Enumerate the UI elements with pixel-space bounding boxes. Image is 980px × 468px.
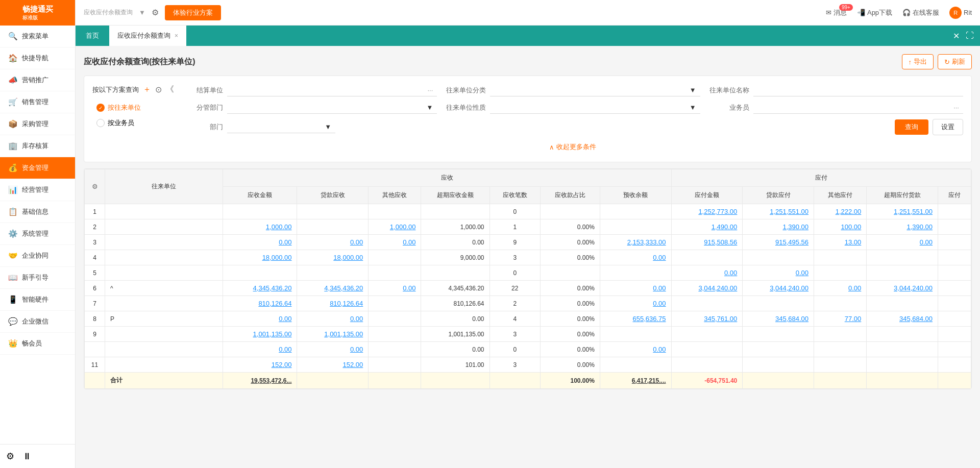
footer-ap-extra <box>938 373 971 389</box>
tab-close-icon[interactable]: × <box>175 32 178 39</box>
filter-main: 按以下方案查询 ＋ ⊙ 《 ✓ 按往来单位 按业务员 <box>92 84 963 154</box>
filter-input-salesperson[interactable]: ··· <box>753 102 963 114</box>
filter-field-salesperson: 业务员 ··· <box>708 102 963 114</box>
top-header: 应收应付余额查询 ▼ ⚙ 体验行业方案 ✉ 消息 99+ 📲 App下载 🎧 在… <box>76 0 980 26</box>
footer-ar-ratio: 100.00% <box>541 373 600 389</box>
sidebar-item-system-label: 系统管理 <box>22 229 48 238</box>
operation-icon: 📊 <box>8 185 18 194</box>
user-info: R Rit <box>949 7 972 19</box>
message-button[interactable]: ✉ 消息 99+ <box>826 8 847 17</box>
sidebar-item-inventory[interactable]: 🏢 库存核算 <box>0 135 75 157</box>
table-row: 91,001,135.001,001,135.001,001,135.0030.… <box>85 327 971 342</box>
table-scroll[interactable]: ⚙ 往来单位 应收 应付 应收金额 贷款应收 其他应收 超期应收金额 应收笔数 … <box>84 169 971 389</box>
filter-select-dept[interactable]: ▼ <box>227 102 437 114</box>
filter-field-part-dept: 部门 ▼ <box>182 121 335 133</box>
trial-button[interactable]: 体验行业方案 <box>165 5 221 20</box>
col-ar-prepay-header: 预收余额 <box>600 187 671 204</box>
footer-ar-other <box>369 373 421 389</box>
sidebar-item-member[interactable]: 👑 畅会员 <box>0 333 75 355</box>
salesperson-dots-icon[interactable]: ··· <box>953 104 959 111</box>
table-row: 0.000.000.0000.00%0.00 <box>85 342 971 357</box>
filter-input-jiesuan[interactable]: ··· <box>227 84 437 96</box>
footer-ar-amount[interactable]: 19,553,472,6... <box>223 373 297 389</box>
export-button[interactable]: ↑ 导出 <box>902 54 934 69</box>
table-settings-icon[interactable]: ⚙ <box>92 183 98 190</box>
app-download-button[interactable]: 📲 App下载 <box>857 8 892 17</box>
sidebar-item-operation[interactable]: 📊 经营管理 <box>0 179 75 201</box>
sidebar-item-finance-label: 资金管理 <box>22 163 48 173</box>
sidebar-item-purchase[interactable]: 📦 采购管理 <box>0 113 75 135</box>
header-right: ✉ 消息 99+ 📲 App下载 🎧 在线客服 R Rit <box>826 7 972 19</box>
home-icon: 🏠 <box>8 54 18 63</box>
filter-select-partner-cat[interactable]: ▼ <box>490 84 700 96</box>
filter-row-1: 结算单位 ··· 往来单位分类 ▼ 往来单位 <box>182 84 963 96</box>
filter-select-part-dept[interactable]: ▼ <box>227 121 335 133</box>
sidebar-item-hardware-label: 智能硬件 <box>22 295 48 304</box>
header-chevron-icon[interactable]: ▼ <box>139 9 145 16</box>
header-gear-icon[interactable]: ⚙ <box>152 8 159 17</box>
filter-input-partner-name[interactable] <box>753 84 963 96</box>
sidebar-item-nav-label: 快捷导航 <box>22 54 48 63</box>
sidebar-item-marketing[interactable]: 📣 营销推广 <box>0 69 75 91</box>
export-icon: ↑ <box>909 58 912 66</box>
footer-ar-loan <box>297 373 369 389</box>
col-ap-loan-header: 贷款应付 <box>743 187 814 204</box>
tab-home[interactable]: 首页 <box>76 26 109 46</box>
scheme-item-salesperson[interactable]: 按业务员 <box>92 116 174 130</box>
sidebar-item-hardware[interactable]: 📱 智能硬件 <box>0 289 75 311</box>
tab-active[interactable]: 应收应付余额查询 × <box>109 26 186 46</box>
table-row: 8P0.000.000.0040.00%655,636.75345,761.00… <box>85 311 971 327</box>
jiesuan-dots-icon[interactable]: ··· <box>427 86 433 94</box>
sidebar-item-wechat[interactable]: 💬 企业微信 <box>0 311 75 333</box>
query-button[interactable]: 查询 <box>895 119 928 135</box>
collapse-button[interactable]: ∧ 收起更多条件 <box>182 140 963 154</box>
sidebar-item-sales[interactable]: 🛒 销售管理 <box>0 91 75 113</box>
scheme-item-partner[interactable]: ✓ 按往来单位 <box>92 101 174 114</box>
guide-icon: 📖 <box>8 273 18 282</box>
sidebar-item-collab[interactable]: 🤝 企业协同 <box>0 245 75 267</box>
tab-active-label: 应收应付余额查询 <box>117 31 170 40</box>
filter-schemes: ✓ 按往来单位 按业务员 <box>92 101 174 130</box>
col-ar-loan-header: 贷款应收 <box>297 187 369 204</box>
sidebar-item-finance[interactable]: 💰 资金管理 <box>0 157 75 179</box>
partner-cat-chevron-icon: ▼ <box>690 86 696 94</box>
header-breadcrumb: 应收应付余额查询 <box>84 8 133 17</box>
app-name: 畅捷通买 <box>22 5 53 14</box>
col-ap-extra-header: 应付 <box>938 187 971 204</box>
inventory-icon: 🏢 <box>8 141 18 151</box>
sidebar-collapse-icon[interactable]: ⏸ <box>22 451 32 462</box>
settings-button[interactable]: 设置 <box>933 119 963 135</box>
sidebar-item-search-label: 搜索菜单 <box>22 32 48 41</box>
sidebar-item-nav[interactable]: 🏠 快捷导航 <box>0 47 75 69</box>
sidebar-item-guide[interactable]: 📖 新手引导 <box>0 267 75 289</box>
sidebar-item-search[interactable]: 🔍 搜索菜单 <box>0 26 75 47</box>
footer-ar-prepay[interactable]: 6,417,215.... <box>600 373 671 389</box>
tab-expand-icon[interactable]: ⛶ <box>966 31 974 40</box>
filter-scheme-icon[interactable]: ⊙ <box>155 85 162 94</box>
purchase-icon: 📦 <box>8 119 18 129</box>
col-group-ap-header: 应付 <box>671 169 971 187</box>
filter-collapse-icon[interactable]: 《 <box>166 84 174 95</box>
filter-right: 结算单位 ··· 往来单位分类 ▼ 往来单位 <box>182 84 963 154</box>
sidebar-item-member-label: 畅会员 <box>22 339 42 348</box>
marketing-icon: 📣 <box>8 76 18 85</box>
sidebar-settings-icon[interactable]: ⚙ <box>6 451 14 462</box>
table-row: 30.000.000.000.0090.00%2,153,333.00915,5… <box>85 235 971 250</box>
filter-add-icon[interactable]: ＋ <box>143 84 151 95</box>
sidebar-item-basic-label: 基础信息 <box>22 207 48 216</box>
page-header: 应收应付余额查询(按往来单位) ↑ 导出 ↻ 刷新 <box>84 54 972 69</box>
message-badge: 99+ <box>839 4 853 11</box>
online-service-button[interactable]: 🎧 在线客服 <box>902 8 939 17</box>
refresh-button[interactable]: ↻ 刷新 <box>938 54 972 69</box>
table-row: 500.000.00 <box>85 265 971 281</box>
filter-select-partner-nature[interactable]: ▼ <box>490 102 700 114</box>
page-title: 应收应付余额查询(按往来单位) <box>84 57 195 67</box>
filter-label-part-dept: 部门 <box>182 122 223 132</box>
col-ar-amount-header: 应收金额 <box>223 187 297 204</box>
tab-close-window-icon[interactable]: ✕ <box>953 31 960 41</box>
col-group-ar-header: 应收 <box>223 169 671 187</box>
sidebar-item-system[interactable]: ⚙️ 系统管理 <box>0 223 75 245</box>
sidebar-item-basic[interactable]: 📋 基础信息 <box>0 201 75 223</box>
app-sub: 标准版 <box>22 14 53 21</box>
sidebar-item-marketing-label: 营销推广 <box>22 76 48 85</box>
